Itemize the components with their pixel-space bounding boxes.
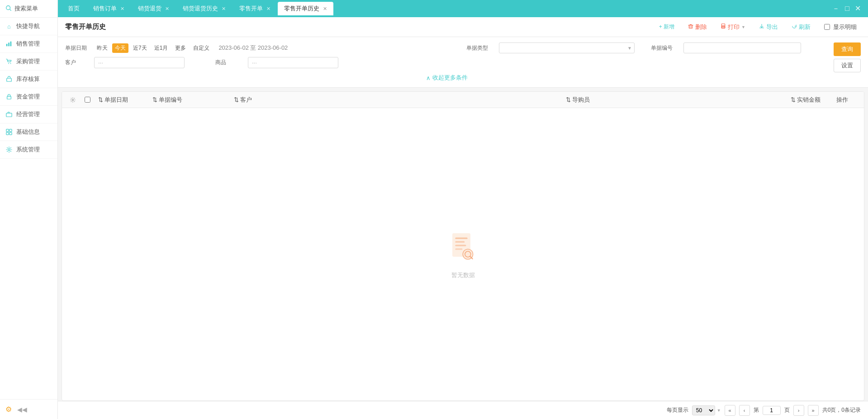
briefcase-icon [5,111,13,118]
maximize-button[interactable]: □ [845,5,849,12]
tab-sales-return[interactable]: 销货退货 ✕ [132,2,175,15]
close-button[interactable]: ✕ [855,5,861,12]
tab-close-icon[interactable]: ✕ [222,6,226,12]
print-button[interactable]: 打印 ▼ [716,21,749,33]
toolbar: 零售开单历史 + 新增 删除 打印 ▼ [58,17,868,37]
customer-input[interactable]: ··· [94,57,185,68]
display-detail-checkbox[interactable] [824,24,830,30]
sidebar-item-label: 快捷导航 [16,22,40,30]
tab-retail-open-label: 零售开单 [239,5,263,13]
sidebar-item-operations[interactable]: 经营管理 [0,106,57,123]
date-filter-label: 单据日期 [65,44,90,52]
per-page-select[interactable]: 50 100 200 [692,405,715,415]
sidebar-item-purchase[interactable]: 采购管理 [0,53,57,71]
sidebar-item-label: 基础信息 [16,128,40,136]
yesterday-shortcut[interactable]: 昨天 [94,43,110,53]
tab-close-icon[interactable]: ✕ [266,6,270,12]
sidebar-search[interactable]: 搜索菜单 [0,0,57,18]
collapse-more-button[interactable]: ∧ 收起更多条件 [65,72,828,84]
export-icon [759,24,764,30]
main-area: 首页 销售订单 ✕ 销货退货 ✕ 销货退货历史 ✕ 零售开单 ✕ 零售开单历史 … [58,0,868,419]
print-chevron-icon: ▼ [741,25,745,29]
filter-settings-button[interactable]: 设置 [834,59,861,72]
order-type-select-wrapper: ▼ [499,42,635,53]
tab-home[interactable]: 首页 [62,2,86,15]
minimize-button[interactable]: － [832,5,840,12]
custom-shortcut[interactable]: 自定义 [190,43,212,53]
page-suffix: 页 [784,406,790,414]
export-button[interactable]: 导出 [755,21,782,33]
bar-chart-icon [5,40,13,47]
tab-retail-open[interactable]: 零售开单 ✕ [233,2,277,15]
sidebar-item-label: 库存核算 [16,75,40,83]
sort-icon[interactable]: ⇅ [234,96,239,103]
filter-area: 单据日期 昨天 今天 近7天 近1月 更多 自定义 2023-06-02 至 2… [58,37,868,88]
sidebar-bottom: ⚙ ◀◀ [0,399,57,419]
tab-sales-order[interactable]: 销售订单 ✕ [87,2,131,15]
prev-page-button[interactable]: ‹ [739,405,750,416]
th-date: ⇅ 单据日期 [95,96,149,104]
tab-close-icon[interactable]: ✕ [120,6,124,12]
lastmonth-shortcut[interactable]: 近1月 [152,43,171,53]
sort-icon[interactable]: ⇅ [152,96,157,103]
sidebar-item-label: 经营管理 [16,110,40,118]
product-input[interactable]: ··· [248,57,338,68]
pagination-bar: 每页显示 50 100 200 ▼ « ‹ 第 页 › » 共0页，0条记录 [58,401,868,419]
th-checkbox[interactable] [80,97,95,103]
add-button[interactable]: + 新增 [655,21,678,33]
page-number-input[interactable] [763,406,781,415]
settings-gear-button[interactable]: ⚙ [5,405,12,414]
next-page-button[interactable]: › [793,405,804,416]
svg-rect-4 [10,42,12,47]
th-guide: ⇅ 导购员 [562,96,607,104]
today-shortcut[interactable]: 今天 [112,43,128,53]
th-settings[interactable] [66,97,80,103]
select-all-checkbox[interactable] [85,97,90,103]
tab-retail-open-history[interactable]: 零售开单历史 ✕ [278,2,333,15]
svg-rect-9 [6,113,12,117]
th-customer: ⇅ 客户 [230,96,562,104]
svg-rect-7 [7,78,12,81]
sidebar-item-finance[interactable]: 资金管理 [0,88,57,106]
total-records: 共0页，0条记录 [822,406,861,414]
query-buttons-area: 查询 设置 [834,42,861,72]
tab-close-icon[interactable]: ✕ [165,6,169,12]
refresh-button[interactable]: 刷新 [787,21,815,33]
shopping-cart-icon [5,58,13,65]
order-type-select[interactable] [499,42,635,53]
svg-rect-8 [7,96,11,99]
sidebar-item-sales-mgmt[interactable]: 销售管理 [0,35,57,53]
table-header: ⇅ 单据日期 ⇅ 单据编号 ⇅ 客户 ⇅ 导购员 ⇅ 实销金额 操作 [62,92,864,108]
sidebar-item-quick-nav[interactable]: ⌂ 快捷导航 [0,18,57,35]
last7-shortcut[interactable]: 近7天 [130,43,150,53]
svg-rect-2 [6,44,8,46]
date-range-display: 2023-06-02 至 2023-06-02 [218,44,288,52]
tab-sales-return-history[interactable]: 销货退货历史 ✕ [176,2,232,15]
sidebar-item-basic-info[interactable]: 基础信息 [0,123,57,141]
display-detail-button[interactable]: 显示明细 [820,21,861,33]
customer-label: 客户 [65,59,90,66]
sidebar-item-inventory[interactable]: 库存核算 [0,71,57,88]
sidebar-item-system[interactable]: 系统管理 [0,141,57,159]
svg-rect-15 [689,25,693,28]
first-page-button[interactable]: « [725,405,735,416]
query-button[interactable]: 查询 [834,42,861,56]
collapse-sidebar-button[interactable]: ◀◀ [17,406,27,413]
window-controls: － □ ✕ [832,5,864,12]
svg-rect-13 [9,132,12,135]
sidebar-search-label: 搜索菜单 [14,5,38,13]
order-num-input[interactable] [683,42,801,53]
more-shortcut[interactable]: 更多 [172,43,189,53]
collapse-icon: ∧ [426,75,431,81]
last-page-button[interactable]: » [808,405,819,416]
sort-icon[interactable]: ⇅ [98,96,103,103]
th-amount: ⇅ 实销金额 [770,96,824,104]
tab-close-icon[interactable]: ✕ [323,6,327,12]
sidebar-item-label: 系统管理 [16,146,40,154]
delete-button[interactable]: 删除 [684,21,711,33]
order-num-label: 单据编号 [651,44,676,52]
svg-point-14 [8,149,10,151]
refresh-icon [792,24,797,30]
sort-icon[interactable]: ⇅ [791,96,796,103]
sort-icon[interactable]: ⇅ [566,96,571,103]
